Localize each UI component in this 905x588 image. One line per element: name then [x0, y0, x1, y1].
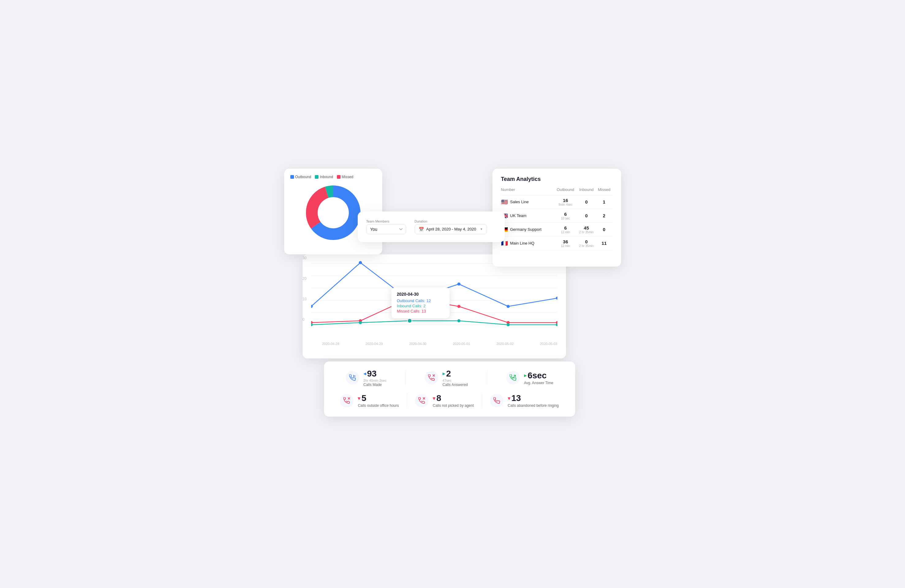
table-row: 🇩🇪 Germany Support 6 12 min 45 2 hr 35mi… — [501, 222, 613, 236]
not-picked-arrow: ▾ — [433, 395, 435, 401]
svg-point-28 — [556, 323, 557, 326]
abandoned-number: 13 — [511, 393, 521, 403]
outbound-cell: 6 12 min — [554, 222, 577, 236]
analytics-card: Team Analytics Number Outbound Inbound M… — [492, 169, 621, 266]
missed-cell: 11 — [596, 236, 613, 250]
missed-cell: 2 — [596, 209, 613, 222]
avg-answer-icon — [506, 371, 520, 384]
legend-dot-missed — [337, 175, 341, 179]
legend-label-inbound: Inbound — [320, 175, 333, 179]
tooltip-inbound: Inbound Calls: 2 — [397, 304, 444, 308]
col-outbound: Outbound — [554, 187, 577, 195]
stat-calls-answered: ▸ 2 47sec Calls Answered — [425, 369, 468, 387]
stats-row-1: ◂ 93 2hr 40min 2sec Calls Made ▸ 2 — [336, 369, 563, 387]
main-scene: Outbound Inbound Missed — [284, 169, 621, 420]
team-name-cell: 🇫🇷 Main Line HQ — [501, 236, 554, 250]
x-label: 2020-05-02 — [497, 342, 514, 346]
abandoned-content: ▾ 13 Calls abandoned before ringing — [508, 393, 559, 408]
col-inbound: Inbound — [577, 187, 596, 195]
stat-divider — [405, 370, 406, 385]
legend-outbound: Outbound — [291, 175, 311, 179]
chart-tooltip: 2020-04-30 Outbound Calls: 12 Inbound Ca… — [391, 287, 449, 319]
abandoned-arrow: ▾ — [508, 395, 510, 401]
outbound-cell: 36 12 min — [554, 236, 577, 250]
stats-card: ◂ 93 2hr 40min 2sec Calls Made ▸ 2 — [324, 361, 575, 417]
stat-outside-hours: ▾ 5 Calls outside office hours — [340, 393, 399, 408]
calls-made-label: Calls Made — [364, 383, 386, 387]
team-name-cell: 🇬🇧 UK Team — [501, 209, 554, 222]
x-label: 2020-05-03 — [540, 342, 557, 346]
calls-answered-content: ▸ 2 47sec Calls Answered — [443, 369, 468, 387]
x-label: 2020-04-28 — [322, 342, 339, 346]
not-picked-number: 8 — [437, 393, 441, 403]
stat-calls-made: ◂ 93 2hr 40min 2sec Calls Made — [346, 369, 386, 387]
avg-answer-number: 6sec — [528, 371, 547, 380]
analytics-title: Team Analytics — [501, 176, 613, 182]
svg-point-15 — [506, 305, 510, 308]
col-number: Number — [501, 187, 554, 195]
x-label: 2020-04-29 — [366, 342, 383, 346]
analytics-table: Number Outbound Inbound Missed 🇺🇸 Sales … — [501, 187, 613, 250]
outside-hours-label: Calls outside office hours — [358, 403, 399, 408]
stat-divider — [482, 393, 482, 408]
inbound-cell: 0 2 hr 35min — [577, 236, 596, 250]
tooltip-missed: Missed Calls: 13 — [397, 309, 444, 314]
y-label: 30 — [303, 256, 306, 260]
calls-made-number: 93 — [367, 369, 377, 379]
outside-hours-content: ▾ 5 Calls outside office hours — [358, 393, 399, 408]
inbound-cell: 45 2 hr 35min — [577, 222, 596, 236]
svg-point-25 — [407, 319, 411, 323]
tooltip-date: 2020-04-30 — [397, 292, 444, 296]
not-picked-icon — [415, 394, 429, 407]
svg-point-23 — [311, 323, 313, 326]
team-name-cell: 🇩🇪 Germany Support — [501, 222, 554, 236]
stats-row-2: ▾ 5 Calls outside office hours ▾ 8 Calls… — [336, 393, 563, 408]
avg-answer-content: ▸ 6sec Avg. Answer Time — [524, 371, 553, 385]
date-range-picker[interactable]: 📅 April 28, 2020 - May 4, 2020 ▼ — [415, 224, 487, 234]
team-name-mainline: Main Line HQ — [510, 241, 534, 246]
outside-hours-number: 5 — [361, 393, 366, 403]
x-label: 2020-05-01 — [453, 342, 470, 346]
missed-cell: 1 — [596, 195, 613, 209]
not-picked-content: ▾ 8 Calls not picked by agent — [433, 393, 474, 408]
outbound-cell: 16 9min 4sec — [554, 195, 577, 209]
team-name-uk: UK Team — [510, 213, 527, 218]
svg-point-12 — [359, 261, 362, 264]
col-missed: Missed — [596, 187, 613, 195]
stat-abandoned: ▾ 13 Calls abandoned before ringing — [490, 393, 559, 408]
x-label: 2020-04-30 — [409, 342, 426, 346]
calls-made-arrow: ◂ — [364, 371, 366, 377]
team-members-filter: Team Members You — [366, 219, 406, 234]
team-name-germany: Germany Support — [510, 227, 542, 232]
tooltip-outbound: Outbound Calls: 12 — [397, 298, 444, 303]
calls-answered-arrow: ▸ — [443, 371, 445, 377]
missed-cell: 0 — [596, 222, 613, 236]
calls-made-sub: 2hr 40min 2sec — [364, 379, 386, 382]
calls-made-icon — [346, 371, 359, 384]
stat-not-picked: ▾ 8 Calls not picked by agent — [415, 393, 474, 408]
outbound-cell: 6 10 sec — [554, 209, 577, 222]
legend-dot-outbound — [291, 175, 294, 179]
legend: Outbound Inbound Missed — [291, 175, 376, 179]
outside-hours-icon — [340, 394, 353, 407]
calls-answered-sub: 47sec — [443, 379, 468, 382]
calendar-icon: 📅 — [419, 227, 424, 232]
inbound-cell: 0 — [577, 195, 596, 209]
legend-inbound: Inbound — [315, 175, 333, 179]
svg-point-27 — [506, 323, 510, 326]
legend-label-outbound: Outbound — [295, 175, 311, 179]
abandoned-icon — [490, 394, 503, 407]
duration-filter: Duration 📅 April 28, 2020 - May 4, 2020 … — [415, 219, 487, 234]
legend-dot-inbound — [315, 175, 319, 179]
avg-answer-label: Avg. Answer Time — [524, 381, 553, 385]
team-members-select[interactable]: You — [366, 224, 406, 234]
table-row: 🇺🇸 Sales Line 16 9min 4sec 0 1 — [501, 195, 613, 209]
calls-answered-icon — [425, 371, 438, 384]
svg-point-16 — [556, 296, 557, 300]
inbound-cell: 0 — [577, 209, 596, 222]
avg-answer-arrow: ▸ — [524, 372, 527, 378]
chevron-down-icon: ▼ — [480, 227, 483, 231]
svg-point-26 — [457, 319, 460, 322]
flag-us: 🇺🇸 — [501, 199, 508, 205]
team-name-cell: 🇺🇸 Sales Line — [501, 195, 554, 209]
